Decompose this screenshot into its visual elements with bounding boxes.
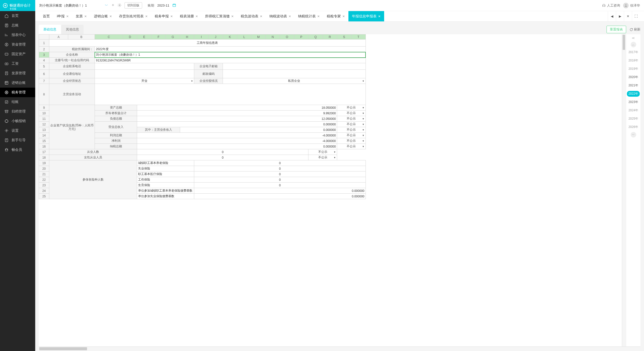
cell[interactable] <box>95 63 194 70</box>
cell[interactable]: 9.992000 <box>137 111 337 116</box>
cell[interactable]: 净利润 <box>95 138 137 144</box>
cell[interactable]: 营业总收入 <box>95 122 137 133</box>
cell[interactable]: 所有者权益合计 <box>95 111 137 116</box>
sidebar-item-report[interactable]: 报表中心 <box>0 30 35 40</box>
close-icon[interactable]: ✕ <box>342 15 345 18</box>
cell[interactable]: 企业控股情况 <box>194 78 223 84</box>
cell[interactable] <box>95 70 194 78</box>
cell[interactable]: 0.000000 <box>194 194 366 199</box>
cell[interactable]: 0 <box>194 177 366 183</box>
close-icon[interactable]: ✕ <box>378 15 381 18</box>
cell[interactable]: 0 <box>194 171 366 177</box>
cell[interactable]: 不公示▼ <box>337 127 366 133</box>
cell[interactable]: -4.000000 <box>137 138 337 144</box>
year-item[interactable]: 2021年 <box>627 83 640 88</box>
sidebar-item-archive[interactable]: 归档管理 <box>0 107 35 116</box>
col-header[interactable]: A <box>49 34 68 40</box>
row-header[interactable]: 1 <box>39 40 49 47</box>
cell[interactable]: 不公示▼ <box>337 133 366 138</box>
close-icon[interactable]: ✕ <box>109 15 112 18</box>
cell[interactable]: 单位参加城镇职工基本养老保险缴费基数 <box>137 188 194 194</box>
cell[interactable]: 0.000000 <box>137 144 337 149</box>
dropdown-arrow-icon[interactable]: ▼ <box>362 134 365 137</box>
cell[interactable]: 不公示▼ <box>337 144 366 149</box>
cell[interactable]: 企业经营状态 <box>49 78 95 84</box>
dropdown-arrow-icon[interactable]: ▼ <box>362 140 365 142</box>
cell[interactable]: 工伤保险 <box>137 177 194 183</box>
year-up-button[interactable]: ︿ <box>631 42 636 47</box>
year-item[interactable]: 2024年 <box>627 108 640 113</box>
close-icon[interactable]: ✕ <box>145 15 148 18</box>
cell[interactable] <box>95 84 366 105</box>
row-header[interactable]: 4 <box>39 58 49 63</box>
row-header[interactable]: 16 <box>39 144 49 149</box>
dropdown-arrow-icon[interactable]: ▼ <box>362 129 365 131</box>
col-header[interactable]: C <box>95 34 123 40</box>
row-header[interactable]: 11 <box>39 116 49 122</box>
cell[interactable]: 0 <box>137 149 308 155</box>
col-header[interactable]: F <box>151 34 166 40</box>
cell[interactable]: 不公示▼ <box>337 105 366 111</box>
cell[interactable]: 邮政编码 <box>194 70 223 78</box>
sub-tab[interactable]: 其他信息 <box>61 25 84 34</box>
cell[interactable]: 私营企业▼ <box>223 78 366 84</box>
cell[interactable]: 不公示▼ <box>337 116 366 122</box>
collapse-icon[interactable]: ≪ <box>632 36 635 40</box>
tab-close-all-button[interactable]: ✕ <box>624 11 632 22</box>
col-header[interactable]: O <box>280 34 294 40</box>
close-icon[interactable]: ✕ <box>231 15 234 18</box>
tab[interactable]: 首页 <box>39 11 53 21</box>
col-header[interactable]: R <box>323 34 337 40</box>
cell[interactable]: 不公示▼ <box>337 138 366 144</box>
cell[interactable]: 其中：主营业务收入 <box>137 127 180 133</box>
row-header[interactable]: 9 <box>39 105 49 111</box>
support-link[interactable]: 人工咨询 <box>602 3 620 8</box>
cell[interactable]: 负债总额 <box>95 116 137 122</box>
dropdown-arrow-icon[interactable]: ▼ <box>362 80 365 82</box>
cell[interactable]: 企业资产状况信息(币种：人民币万元) <box>49 105 95 149</box>
row-header[interactable]: 21 <box>39 171 49 177</box>
user-menu[interactable]: 徐泽华 <box>623 3 640 8</box>
dropdown-arrow-icon[interactable]: ▼ <box>334 156 336 159</box>
row-header[interactable]: 14 <box>39 133 49 138</box>
row-header[interactable]: 2 <box>39 47 49 52</box>
cell[interactable]: -4.000000 <box>137 133 337 138</box>
sidebar-item-invoice[interactable]: 发票管理 <box>0 68 35 78</box>
close-icon[interactable]: ✕ <box>66 15 69 18</box>
cell[interactable]: 0.000000 <box>137 122 337 127</box>
cell[interactable]: 91320811MA7NGR2W6R <box>95 58 366 63</box>
col-header[interactable]: H <box>180 34 194 40</box>
fullscreen-button[interactable]: ⛶ <box>632 11 640 22</box>
cell[interactable]: 企业通信地址 <box>49 70 95 78</box>
vertical-scrollbar[interactable] <box>622 34 626 346</box>
close-icon[interactable]: ✕ <box>260 15 262 18</box>
cell[interactable]: 从业人数 <box>49 149 137 155</box>
cell[interactable]: 女性从业人员 <box>49 155 137 160</box>
cell[interactable] <box>223 63 366 70</box>
cell[interactable]: 注册号/统一社会信用代码 <box>49 58 95 63</box>
sidebar-item-asset[interactable]: 固定资产 <box>0 49 35 59</box>
switch-old-button[interactable]: 切到旧版 <box>125 2 142 9</box>
tab[interactable]: 税负波动表✕ <box>237 11 266 21</box>
dropdown-arrow-icon[interactable]: ▼ <box>362 145 365 148</box>
cell[interactable] <box>223 70 366 78</box>
cell[interactable]: 纳税总额 <box>95 144 137 149</box>
tab[interactable]: 进销台账✕ <box>90 11 115 21</box>
col-header[interactable]: G <box>166 34 180 40</box>
year-item[interactable]: 2017年 <box>627 49 640 55</box>
col-header[interactable]: P <box>294 34 308 40</box>
cell[interactable]: 不公示▼ <box>308 149 337 155</box>
sidebar-item-vip[interactable]: 畅会员 <box>0 145 35 155</box>
calendar-icon[interactable] <box>172 3 176 8</box>
row-header[interactable]: 24 <box>39 188 49 194</box>
cell[interactable]: 0 <box>194 166 366 171</box>
cell[interactable]: 2022年度 <box>95 47 366 52</box>
sidebar-item-expense[interactable]: 小畅报销 <box>0 116 35 126</box>
tab-prev-button[interactable]: ◀ <box>608 11 616 22</box>
sidebar-item-tax[interactable]: 税务管理 <box>0 88 35 97</box>
cell[interactable]: 0.000000 <box>194 188 366 194</box>
year-item[interactable]: 2022年 <box>627 91 640 97</box>
year-item[interactable]: 2026年 <box>627 124 640 130</box>
close-icon[interactable]: ✕ <box>170 15 173 18</box>
year-item[interactable]: 2020年 <box>627 74 640 80</box>
